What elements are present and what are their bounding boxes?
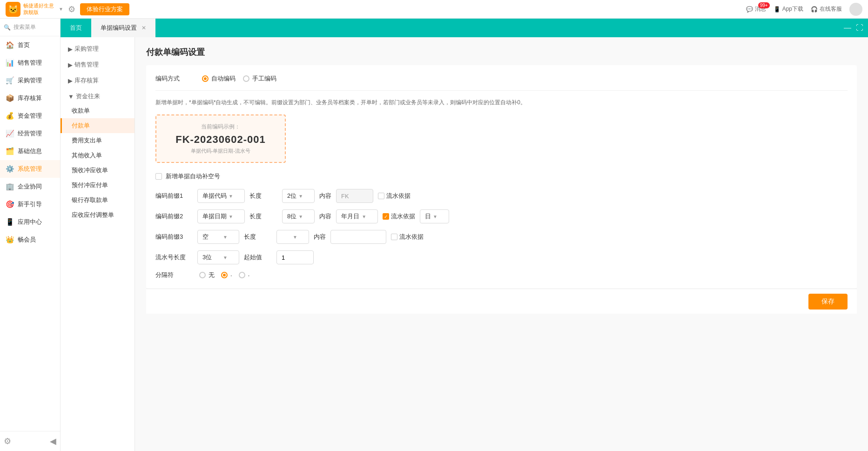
sidebar-item-system[interactable]: ⚙️ 系统管理 (0, 160, 60, 178)
sales-icon: 📊 (6, 59, 14, 67)
settings-icon[interactable]: ⚙ (68, 4, 75, 14)
serial-length-select[interactable]: 3位 ▼ (197, 250, 239, 264)
tab-close-icon[interactable]: ✕ (141, 25, 146, 31)
collapse-icon[interactable]: ◀ (50, 436, 56, 446)
prefix2-select[interactable]: 单据日期 ▼ (197, 209, 245, 223)
sep-dot-radio[interactable]: · (239, 272, 250, 279)
chevron-down-icon: ▼ (68, 93, 74, 100)
sub-link-advance-payable[interactable]: 预付冲应付单 (61, 178, 135, 193)
prefix2-length-arrow-icon: ▼ (298, 214, 303, 219)
sep-dash-radio-circle (221, 272, 228, 278)
prefix1-content-input[interactable] (336, 189, 373, 203)
tab-minimize-icon[interactable]: — (844, 24, 851, 32)
serial-length-label: 流水号长度 (155, 253, 193, 262)
prefix2-content-select[interactable]: 年月日 ▼ (336, 209, 378, 223)
sub-link-other-income[interactable]: 其他收入单 (61, 148, 135, 163)
prefix1-length-select[interactable]: 2位 ▼ (282, 189, 315, 203)
member-icon: 👑 (6, 236, 14, 244)
guide-icon: 🎯 (6, 200, 14, 209)
prefix2-arrow-icon: ▼ (229, 214, 233, 219)
sidebar-item-purchase[interactable]: 🛒 采购管理 (0, 72, 60, 89)
sub-link-receivable-payable[interactable]: 应收应付调整单 (61, 208, 135, 222)
prefix2-row: 编码前缀2 单据日期 ▼ 长度 8位 ▼ 内容 年月日 (155, 209, 848, 223)
sep-none-radio-circle (199, 272, 206, 278)
sub-group-sales-title[interactable]: ▶ 销售管理 (61, 58, 135, 72)
preview-code: FK-20230602-001 (175, 134, 266, 146)
prefix1-serial-checkbox[interactable]: 流水依据 (378, 192, 410, 200)
prefix2-period-select[interactable]: 日 ▼ (420, 209, 449, 223)
manual-code-radio[interactable]: 手工编码 (243, 74, 276, 83)
prefix2-serial-checkbox[interactable]: ✓ 流水依据 (383, 212, 415, 221)
logo-text: 畅捷通好生意 旗舰版 (23, 3, 54, 15)
sidebar-item-appcenter[interactable]: 📱 应用中心 (0, 213, 60, 231)
prefix3-arrow-icon: ▼ (223, 235, 228, 240)
online-service-button[interactable]: 🎧 在线客服 (811, 5, 842, 13)
sub-link-bank-deposit[interactable]: 银行存取款单 (61, 193, 135, 208)
sidebar-item-inventory[interactable]: 📦 库存核算 (0, 89, 60, 107)
settings-footer-icon[interactable]: ⚙ (4, 436, 11, 446)
prefix2-serial-box-checked[interactable]: ✓ (383, 213, 389, 220)
auto-code-radio-circle (202, 75, 209, 82)
prefix1-length-arrow-icon: ▼ (298, 194, 303, 199)
sidebar-item-home[interactable]: 🏠 首页 (0, 36, 60, 54)
sub-link-payment[interactable]: 付款单 (61, 118, 135, 133)
bottom-bar: 保存 (146, 289, 857, 314)
auto-code-radio[interactable]: 自动编码 (202, 74, 236, 83)
logo-dropdown-icon[interactable]: ▼ (59, 7, 63, 12)
start-value-input[interactable] (276, 250, 314, 264)
download-icon: 📱 (774, 6, 781, 13)
prefix2-period-arrow-icon: ▼ (433, 214, 437, 219)
prefix3-content-label: 内容 (314, 233, 326, 241)
home-icon: 🏠 (6, 41, 14, 49)
sub-link-advance-receivable[interactable]: 预收冲应收单 (61, 163, 135, 178)
operation-icon: 📈 (6, 129, 14, 138)
tab-bar-actions: — ⛶ (844, 24, 868, 32)
sidebar-item-enterprise[interactable]: 🏢 企业协同 (0, 178, 60, 195)
sep-dash-radio[interactable]: · (221, 272, 232, 279)
sub-group-inventory-title[interactable]: ▶ 库存核算 (61, 74, 135, 88)
tab-serial-code[interactable]: 单据编码设置 ✕ (91, 19, 155, 37)
sidebar-item-finance[interactable]: 💰 资金管理 (0, 107, 60, 125)
tab-maximize-icon[interactable]: ⛶ (856, 24, 863, 32)
message-button[interactable]: 💬 消息 99+ (746, 5, 766, 13)
sep-none-radio[interactable]: 无 (199, 271, 215, 279)
prefix3-content-input[interactable] (330, 230, 386, 244)
settings-card: 编码方式 自动编码 手工编码 (146, 65, 857, 289)
sub-link-receipt[interactable]: 收款单 (61, 103, 135, 118)
tab-home[interactable]: 首页 (61, 19, 91, 37)
encoding-method-label: 编码方式 (155, 74, 193, 83)
sidebar-item-newguide[interactable]: 🎯 新手引导 (0, 195, 60, 213)
trial-button[interactable]: 体验行业方案 (80, 3, 129, 15)
prefix1-serial-box[interactable] (378, 193, 384, 199)
prefix2-length-label: 长度 (249, 212, 277, 221)
app-download-button[interactable]: 📱 App下载 (774, 5, 803, 13)
user-avatar[interactable] (849, 3, 862, 16)
sub-group-purchase-title[interactable]: ▶ 采购管理 (61, 42, 135, 56)
prefix3-serial-checkbox[interactable]: 流水依据 (391, 233, 424, 241)
sub-group-finance: ▼ 资金往来 收款单 付款单 费用支出单 其他收入单 预收冲应收单 预付冲应付单… (61, 89, 135, 222)
manual-code-radio-circle (243, 75, 249, 82)
sub-group-finance-title[interactable]: ▼ 资金往来 (61, 89, 135, 103)
auto-fill-label: 新增单据自动补空号 (166, 172, 220, 181)
sidebar-item-sales[interactable]: 📊 销售管理 (0, 54, 60, 72)
sidebar-item-operation[interactable]: 📈 经营管理 (0, 125, 60, 142)
purchase-icon: 🛒 (6, 76, 14, 85)
sidebar-item-member[interactable]: 👑 畅会员 (0, 231, 60, 249)
message-icon: 💬 (746, 6, 753, 13)
prefix3-select[interactable]: 空 ▼ (197, 230, 239, 244)
auto-fill-checkbox[interactable] (155, 173, 162, 180)
sidebar-item-base[interactable]: 🗂️ 基础信息 (0, 142, 60, 160)
prefix2-length-select[interactable]: 8位 ▼ (282, 209, 315, 223)
sidebar-search[interactable]: 🔍 搜索菜单 (0, 19, 60, 36)
start-value-label: 起始值 (244, 253, 272, 262)
prefix1-content-label: 内容 (319, 192, 331, 200)
prefix1-select[interactable]: 单据代码 ▼ (197, 189, 245, 203)
encoding-method-row: 编码方式 自动编码 手工编码 (155, 74, 848, 91)
sub-sidebar: ▶ 采购管理 ▶ 销售管理 ▶ 库存核算 (61, 37, 135, 451)
top-bar-right: 💬 消息 99+ 📱 App下载 🎧 在线客服 (746, 3, 862, 16)
prefix3-length-select[interactable]: ▼ (276, 230, 309, 244)
sub-link-expense[interactable]: 费用支出单 (61, 133, 135, 148)
save-button[interactable]: 保存 (808, 294, 848, 310)
app-center-icon: 📱 (6, 218, 14, 226)
prefix3-serial-box[interactable] (391, 234, 397, 240)
